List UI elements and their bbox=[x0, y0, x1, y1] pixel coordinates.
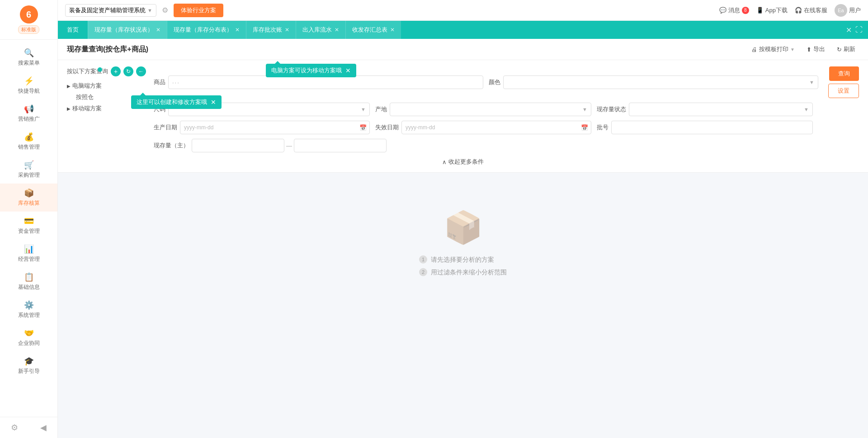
stock-min-input[interactable] bbox=[192, 139, 284, 152]
handshake-icon: 🤝 bbox=[24, 328, 34, 338]
stock-status-field: 现存量状态 ▼ bbox=[597, 103, 813, 116]
product-label: 商品 bbox=[154, 78, 165, 86]
sidebar-item-nav[interactable]: ⚡ 快捷导航 bbox=[0, 71, 57, 99]
tab-inventory-dist[interactable]: 现存量（库存分布表） ✕ bbox=[167, 21, 246, 39]
action-buttons: 查询 设置 bbox=[828, 66, 859, 98]
refresh-button[interactable]: ↻ 刷新 bbox=[833, 43, 859, 55]
sidebar-item-guide[interactable]: 🎓 新手引导 bbox=[0, 352, 57, 380]
desktop-group-label: 电脑端方案 bbox=[72, 82, 102, 90]
back-scheme-button[interactable]: ← bbox=[136, 66, 146, 76]
dot-indicator bbox=[98, 67, 102, 72]
tooltip-text: 电脑方案可设为移动方案哦 bbox=[271, 66, 342, 75]
sidebar-item-search[interactable]: 🔍 搜索菜单 bbox=[0, 43, 57, 71]
tab-close-icon[interactable]: ✕ bbox=[335, 27, 339, 33]
triangle-icon: ▶ bbox=[67, 84, 71, 89]
tab-inventory-status[interactable]: 现存量（库存状况表） ✕ bbox=[88, 21, 167, 39]
tab-batch[interactable]: 库存批次账 ✕ bbox=[246, 21, 296, 39]
settings-icon[interactable]: ⚙ bbox=[162, 6, 168, 14]
tab-home[interactable]: 首页 bbox=[58, 21, 88, 39]
origin-select[interactable]: ▼ bbox=[390, 103, 591, 116]
production-date-label: 生产日期 bbox=[154, 123, 177, 132]
color-select[interactable]: ▼ bbox=[503, 75, 818, 89]
chevron-down-icon: ▼ bbox=[147, 8, 152, 13]
origin-field: 产地 ▼ bbox=[375, 103, 591, 116]
tab-summary[interactable]: 收发存汇总表 ✕ bbox=[345, 21, 401, 39]
date-placeholder: yyyy-mm-dd bbox=[406, 124, 435, 131]
batch-input[interactable] bbox=[611, 121, 813, 134]
tab-close-icon[interactable]: ✕ bbox=[235, 27, 240, 33]
color-label: 颜色 bbox=[489, 78, 500, 86]
close-tab-icon[interactable]: ✕ bbox=[846, 26, 852, 34]
headset-icon: 🎧 bbox=[795, 7, 802, 14]
scheme-mobile-tooltip: 电脑方案可设为移动方案哦 ✕ bbox=[266, 64, 356, 77]
settings-footer-button[interactable]: ⚙ bbox=[11, 423, 18, 433]
search-icon: 🔍 bbox=[24, 48, 34, 58]
expiry-date-input[interactable]: yyyy-mm-dd 📅 bbox=[401, 121, 591, 134]
empty-steps: 1 请先选择要分析的方案 2 用过滤条件来缩小分析范围 bbox=[419, 253, 507, 278]
print-button[interactable]: 🖨 按模板打印 ▼ bbox=[748, 43, 798, 55]
sidebar-item-ops[interactable]: 📊 经营管理 bbox=[0, 240, 57, 268]
tooltip-close-icon[interactable]: ✕ bbox=[211, 99, 216, 106]
sidebar-item-marketing[interactable]: 📢 营销推广 bbox=[0, 99, 57, 127]
sidebar-footer: ⚙ ◀ bbox=[0, 417, 57, 438]
product-input[interactable]: ··· bbox=[168, 75, 483, 89]
sidebar-item-purchase[interactable]: 🛒 采购管理 bbox=[0, 155, 57, 184]
sidebar-item-finance[interactable]: 💳 资金管理 bbox=[0, 212, 57, 240]
page-actions: 🖨 按模板打印 ▼ ⬆ 导出 ↻ 刷新 bbox=[748, 43, 859, 55]
messages-button[interactable]: 💬 消息 8 bbox=[719, 6, 749, 14]
chart-icon: 📊 bbox=[24, 244, 34, 254]
chevron-down-icon: ▼ bbox=[582, 107, 587, 112]
step-1-label: 请先选择要分析的方案 bbox=[431, 253, 494, 266]
chevron-up-icon: ∧ bbox=[442, 159, 447, 165]
collapse-sidebar-button[interactable]: ◀ bbox=[40, 423, 47, 433]
production-date-input[interactable]: yyyy-mm-dd 📅 bbox=[180, 121, 370, 134]
system-selector[interactable]: 装备及固定资产辅助管理系统 ▼ bbox=[65, 4, 156, 17]
online-support-button[interactable]: 🎧 在线客服 bbox=[795, 6, 827, 14]
sidebar-logo: 6 标准版 bbox=[0, 0, 57, 40]
cart-icon: 🛒 bbox=[24, 160, 34, 170]
sidebar-item-system[interactable]: ⚙️ 系统管理 bbox=[0, 296, 57, 324]
sidebar-item-label: 营销推广 bbox=[18, 115, 40, 123]
user-label: 用户 bbox=[849, 6, 861, 14]
tab-close-icon[interactable]: ✕ bbox=[390, 27, 395, 33]
tab-label: 库存批次账 bbox=[253, 26, 282, 34]
avatar: Ea bbox=[835, 4, 847, 17]
phone-icon: 📱 bbox=[756, 7, 764, 14]
add-scheme-button[interactable]: + bbox=[111, 66, 121, 76]
chevron-down-icon: ▼ bbox=[790, 47, 795, 52]
page-header: 现存量查询(按仓库+商品) 🖨 按模板打印 ▼ ⬆ 导出 ↻ 刷新 bbox=[58, 39, 868, 60]
tooltip-close-icon[interactable]: ✕ bbox=[345, 67, 351, 74]
stock-status-select[interactable]: ▼ bbox=[629, 103, 813, 116]
range-separator: — bbox=[286, 142, 292, 149]
stock-max-input[interactable] bbox=[294, 139, 387, 152]
sidebar-item-label: 经营管理 bbox=[18, 255, 40, 263]
export-label: 导出 bbox=[813, 45, 825, 53]
app-download-button[interactable]: 📱 App下载 bbox=[756, 6, 788, 14]
step-number-2: 2 bbox=[419, 268, 427, 276]
tooltip-text: 这里可以创建和修改方案哦 bbox=[137, 98, 207, 106]
collapse-button[interactable]: ∧ 收起更多条件 bbox=[67, 154, 859, 166]
sidebar-item-inventory[interactable]: 📦 库存核算 bbox=[0, 184, 57, 212]
stock-status-label: 现存量状态 bbox=[597, 105, 626, 113]
expand-icon[interactable]: ⛶ bbox=[855, 26, 863, 34]
refresh-scheme-button[interactable]: ↻ bbox=[123, 66, 133, 76]
search-button[interactable]: 查询 bbox=[829, 66, 859, 81]
set-button[interactable]: 设置 bbox=[828, 84, 859, 98]
page-title: 现存量查询(按仓库+商品) bbox=[67, 45, 148, 54]
lightning-icon: ⚡ bbox=[24, 76, 34, 86]
filter-fields: 商品 ··· 颜色 ▼ 查询 设置 bbox=[154, 66, 859, 154]
print-label: 按模板打印 bbox=[759, 45, 788, 53]
solution-button[interactable]: 体验行业方案 bbox=[174, 4, 223, 17]
sidebar-item-sales[interactable]: 💰 销售管理 bbox=[0, 127, 57, 155]
download-label: App下载 bbox=[765, 6, 788, 14]
sidebar-item-base[interactable]: 📋 基础信息 bbox=[0, 268, 57, 296]
user-menu-button[interactable]: Ea 用户 bbox=[835, 4, 861, 17]
desktop-group-header[interactable]: ▶ 电脑端方案 bbox=[67, 80, 148, 92]
printer-icon: 🖨 bbox=[751, 46, 757, 53]
tab-flow[interactable]: 出入库流水 ✕ bbox=[296, 21, 345, 39]
sidebar-item-enterprise[interactable]: 🤝 企业协同 bbox=[0, 324, 57, 352]
tab-close-icon[interactable]: ✕ bbox=[156, 27, 160, 33]
chevron-down-icon: ▼ bbox=[809, 80, 814, 85]
export-button[interactable]: ⬆ 导出 bbox=[803, 43, 829, 55]
tab-close-icon[interactable]: ✕ bbox=[285, 27, 289, 33]
